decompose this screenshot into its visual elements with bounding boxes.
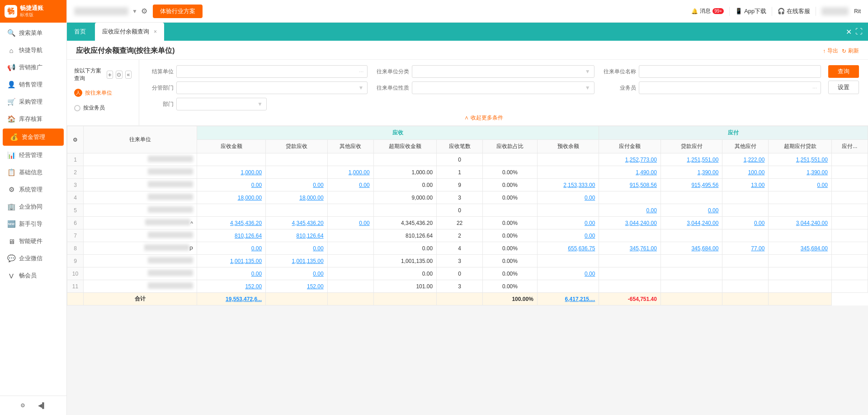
ap-amount-3[interactable]: 915,508.56 bbox=[599, 179, 661, 191]
ar-amount-2[interactable]: 1,000.00 bbox=[197, 166, 265, 179]
ar-amount-8[interactable]: 0.00 bbox=[197, 242, 265, 255]
ar-prepay-10[interactable]: 0.00 bbox=[537, 267, 599, 280]
sidebar-item-operation[interactable]: 📊 经营管理 bbox=[0, 147, 66, 164]
query-btn[interactable]: 查询 bbox=[828, 65, 859, 78]
tab-close-window-icon[interactable]: ✕ bbox=[846, 28, 852, 36]
sidebar-item-hardware[interactable]: 🖥 智能硬件 bbox=[0, 233, 66, 250]
sidebar-item-purchase[interactable]: 🛒 采购管理 bbox=[0, 93, 66, 110]
ar-count-3: 9 bbox=[437, 179, 483, 191]
ap-amount-2[interactable]: 1,490.00 bbox=[599, 166, 661, 179]
ap-loan-1[interactable]: 1,251,551.00 bbox=[660, 153, 722, 166]
tab-home[interactable]: 首页 bbox=[67, 23, 93, 41]
ar-prepay-3[interactable]: 2,153,333.00 bbox=[537, 179, 599, 191]
ar-amount-10[interactable]: 0.00 bbox=[197, 267, 265, 280]
ar-amount-7[interactable]: 810,126.64 bbox=[197, 229, 265, 242]
ar-amount-9[interactable]: 1,001,135.00 bbox=[197, 255, 265, 267]
sidebar-settings-btn[interactable]: ⚙ bbox=[15, 400, 31, 411]
tab-close-icon[interactable]: × bbox=[154, 29, 157, 35]
ar-other-3[interactable]: 0.00 bbox=[327, 179, 373, 191]
ap-overdue-1[interactable]: 1,251,551.00 bbox=[769, 153, 832, 166]
ar-amount-6[interactable]: 4,345,436.20 bbox=[197, 217, 265, 229]
ar-prepay-6[interactable]: 0.00 bbox=[537, 217, 599, 229]
filter-settlement-input[interactable]: ··· bbox=[176, 65, 368, 78]
ap-other-2[interactable]: 100.00 bbox=[722, 166, 769, 179]
total-ar-prepay[interactable]: 6,417,215.... bbox=[537, 293, 599, 305]
ap-overdue-2[interactable]: 1,390.00 bbox=[769, 166, 832, 179]
export-btn[interactable]: ↑ 导出 bbox=[823, 47, 838, 55]
filter-unit-type-input[interactable]: ▼ bbox=[412, 65, 594, 78]
header-gear-icon[interactable]: ⚙ bbox=[141, 7, 147, 15]
filter-unit-nature-input[interactable]: ▼ bbox=[412, 81, 594, 94]
ap-amount-8[interactable]: 345,761.00 bbox=[599, 242, 661, 255]
table-gear-icon[interactable]: ⚙ bbox=[73, 137, 78, 143]
add-scheme-btn[interactable]: + bbox=[107, 71, 113, 79]
ar-amount-4[interactable]: 18,000.00 bbox=[197, 191, 265, 204]
ar-prepay-7[interactable]: 0.00 bbox=[537, 229, 599, 242]
sidebar-item-search[interactable]: 🔍 搜索菜单 bbox=[0, 24, 66, 42]
ar-other-2[interactable]: 1,000.00 bbox=[327, 166, 373, 179]
sidebar-item-label: 库存核算 bbox=[19, 115, 42, 123]
sidebar-item-wechat[interactable]: 💬 企业微信 bbox=[0, 250, 66, 267]
ar-loan-3[interactable]: 0.00 bbox=[266, 179, 328, 191]
ar-loan-10[interactable]: 0.00 bbox=[266, 267, 328, 280]
edit-scheme-btn[interactable]: ⊙ bbox=[116, 71, 122, 79]
ar-amount-11[interactable]: 152.00 bbox=[197, 280, 265, 293]
tab-active[interactable]: 应收应付余额查询 × bbox=[95, 23, 164, 41]
ap-amount-1[interactable]: 1,252,773.00 bbox=[599, 153, 661, 166]
ar-loan-9[interactable]: 1,001,135.00 bbox=[266, 255, 328, 267]
sidebar-item-marketing[interactable]: 📢 营销推广 bbox=[0, 59, 66, 76]
sidebar-item-basic[interactable]: 📋 基础信息 bbox=[0, 164, 66, 181]
company-dropdown-icon[interactable]: ▼ bbox=[132, 8, 137, 14]
sidebar-item-quick[interactable]: ⌂ 快捷导航 bbox=[0, 42, 66, 59]
ar-loan-4[interactable]: 18,000.00 bbox=[266, 191, 328, 204]
sidebar-item-finance[interactable]: 💰 资金管理 bbox=[3, 129, 64, 146]
filter-collapse-btn[interactable]: ∧ 收起更多条件 bbox=[464, 114, 503, 121]
ap-overdue-3[interactable]: 0.00 bbox=[769, 179, 832, 191]
filter-dept-input[interactable]: ▼ bbox=[176, 81, 368, 94]
ar-loan-6[interactable]: 4,345,436.20 bbox=[266, 217, 328, 229]
total-ar-amount[interactable]: 19,553,472,6... bbox=[197, 293, 265, 305]
sidebar-collapse-btn[interactable]: ◀▌ bbox=[33, 400, 52, 411]
ar-amount-3[interactable]: 0.00 bbox=[197, 179, 265, 191]
ap-other-1[interactable]: 1,222.00 bbox=[722, 153, 769, 166]
more-scheme-btn[interactable]: « bbox=[125, 71, 132, 79]
filter-section-input[interactable]: ▼ bbox=[176, 98, 267, 110]
settings-btn[interactable]: 设置 bbox=[828, 81, 859, 94]
sidebar-item-member[interactable]: V 畅会员 bbox=[0, 267, 66, 284]
filter-unit-name-input[interactable] bbox=[639, 65, 821, 78]
sidebar-item-system[interactable]: ⚙ 系统管理 bbox=[0, 181, 66, 198]
filter-salesperson-input[interactable]: ··· bbox=[639, 81, 821, 94]
sidebar-item-sales[interactable]: 👤 销售管理 bbox=[0, 76, 66, 93]
ar-loan-7[interactable]: 810,126.64 bbox=[266, 229, 328, 242]
ap-loan-5[interactable]: 0.00 bbox=[660, 204, 722, 217]
cta-button[interactable]: 体验行业方案 bbox=[153, 5, 203, 18]
ap-other-6[interactable]: 0.00 bbox=[722, 217, 769, 229]
ar-loan-11[interactable]: 152.00 bbox=[266, 280, 328, 293]
panel-by-staff[interactable]: 按业务员 bbox=[67, 100, 139, 115]
ap-overdue-4 bbox=[769, 191, 832, 204]
ap-loan-3[interactable]: 915,495.56 bbox=[660, 179, 722, 191]
sidebar-item-inventory[interactable]: 🏠 库存核算 bbox=[0, 110, 66, 128]
ap-loan-6[interactable]: 3,044,240.00 bbox=[660, 217, 722, 229]
ap-amount-6[interactable]: 3,044,240.00 bbox=[599, 217, 661, 229]
online-support-btn[interactable]: 🎧 在线客服 bbox=[778, 7, 810, 15]
ar-other-6[interactable]: 0.00 bbox=[327, 217, 373, 229]
ap-loan-2[interactable]: 1,390.00 bbox=[660, 166, 722, 179]
sidebar-item-guide[interactable]: 🆕 新手引导 bbox=[0, 215, 66, 233]
ap-amount-5[interactable]: 0.00 bbox=[599, 204, 661, 217]
sidebar-item-collab[interactable]: 🏢 企业协同 bbox=[0, 198, 66, 215]
notification-btn[interactable]: 🔔 消息 99+ bbox=[691, 7, 724, 15]
ar-loan-8[interactable]: 0.00 bbox=[266, 242, 328, 255]
ap-overdue-6[interactable]: 3,044,240.00 bbox=[769, 217, 832, 229]
ap-other-3[interactable]: 13.00 bbox=[722, 179, 769, 191]
tab-expand-icon[interactable]: ⛶ bbox=[855, 28, 863, 36]
ar-prepay-4[interactable]: 0.00 bbox=[537, 191, 599, 204]
app-download-btn[interactable]: 📱 App下载 bbox=[735, 7, 766, 15]
ap-overdue-8[interactable]: 345,684.00 bbox=[769, 242, 832, 255]
panel-by-unit[interactable]: 人 按往来单位 bbox=[67, 85, 139, 100]
refresh-btn[interactable]: ↻ 刷新 bbox=[842, 47, 859, 55]
ap-other-8[interactable]: 77.00 bbox=[722, 242, 769, 255]
ap-loan-8[interactable]: 345,684.00 bbox=[660, 242, 722, 255]
sidebar-menu: 🔍 搜索菜单 ⌂ 快捷导航 📢 营销推广 👤 销售管理 🛒 采购管理 🏠 库存核… bbox=[0, 23, 66, 396]
ar-prepay-8[interactable]: 655,636.75 bbox=[537, 242, 599, 255]
